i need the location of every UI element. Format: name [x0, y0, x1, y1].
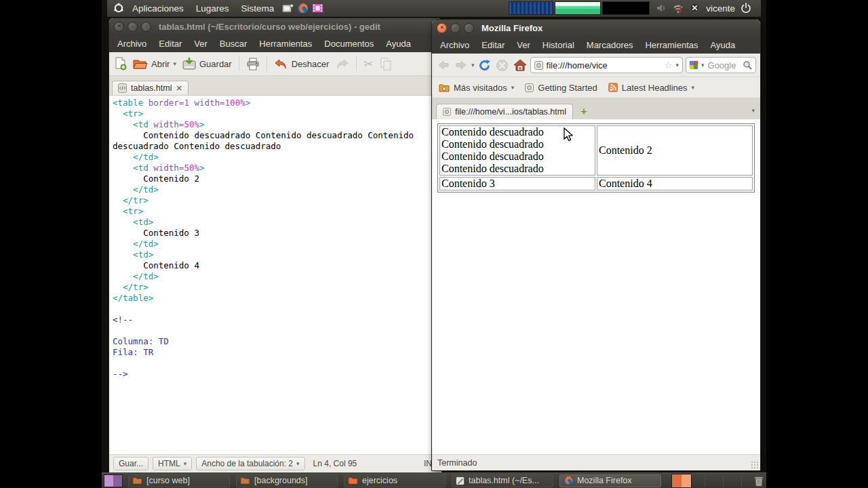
ff-menu-herramientas[interactable]: Herramientas — [639, 38, 704, 52]
bookmark-mas-visitados[interactable]: Más visitados ▾ — [439, 83, 514, 93]
firefox-launcher-icon[interactable] — [296, 2, 309, 14]
code-line: </td> — [113, 271, 441, 282]
gedit-menu-ayuda[interactable]: Ayuda — [380, 37, 417, 51]
ff-menu-historial[interactable]: Historial — [536, 38, 580, 52]
new-tab-button[interactable]: + — [577, 105, 591, 117]
open-caret-icon[interactable]: ▾ — [173, 60, 176, 67]
folder-icon — [348, 476, 358, 485]
search-bar[interactable]: ▾ Google — [686, 57, 756, 73]
copy-button[interactable] — [378, 56, 394, 72]
window-applet[interactable] — [671, 474, 692, 488]
cpu-monitor-applet[interactable] — [555, 1, 601, 15]
undo-icon — [274, 58, 288, 70]
bookmark-star-icon[interactable]: ☆ — [665, 60, 673, 70]
stop-button[interactable] — [495, 58, 510, 73]
reload-button[interactable] — [477, 58, 492, 73]
gedit-titlebar[interactable]: ✕ – ▫ tablas.html (~/Escritorio/curso we… — [109, 18, 441, 35]
firefox-titlebar[interactable]: ✕ – ▫ Mozilla Firefox — [432, 20, 760, 36]
ff-menu-ver[interactable]: Ver — [511, 38, 536, 52]
network-monitor-applet[interactable] — [509, 1, 553, 15]
code-line: <td width=50%> — [113, 163, 441, 174]
power-icon[interactable] — [741, 3, 751, 14]
url-bar[interactable]: file:///home/vice ☆ ▾ — [530, 57, 683, 73]
trash-icon[interactable] — [753, 475, 764, 487]
tab-list-caret-icon[interactable]: ▾ — [751, 107, 755, 114]
cut-button[interactable]: ✂ — [361, 56, 375, 73]
bookmark-getting-started[interactable]: Getting Started — [525, 83, 597, 93]
undo-button-label: Deshacer — [292, 59, 330, 69]
gedit-close-button[interactable]: ✕ — [114, 22, 124, 32]
code-line: <!-- — [113, 314, 441, 325]
taskbar-item-firefox[interactable]: Mozilla Firefox — [559, 474, 661, 487]
taskbar-item-label: tablas.html (~/Es... — [469, 476, 539, 485]
resize-grip[interactable] — [751, 461, 759, 469]
messaging-indicator-icon[interactable] — [689, 3, 701, 14]
table-row: Contenido 3 Contenido 4 — [439, 177, 753, 190]
home-button[interactable] — [513, 58, 528, 73]
new-document-button[interactable] — [113, 56, 129, 72]
mouse-cursor — [564, 127, 574, 142]
url-caret-icon[interactable]: ▾ — [675, 62, 679, 68]
firefox-close-button[interactable]: ✕ — [437, 23, 447, 33]
gedit-menu-documentos[interactable]: Documentos — [318, 37, 380, 51]
gedit-menu-herramientas[interactable]: Herramientas — [253, 37, 318, 51]
forward-button[interactable] — [454, 58, 469, 73]
toolbar-separator — [267, 56, 267, 71]
ff-menu-archivo[interactable]: Archivo — [434, 38, 475, 52]
tab-close-icon[interactable]: ✕ — [176, 84, 182, 93]
gedit-menu-ver[interactable]: Ver — [188, 37, 214, 51]
gedit-menu-editar[interactable]: Editar — [153, 37, 188, 51]
taskbar-item-gedit[interactable]: tablas.html (~/Es... — [452, 474, 553, 487]
ff-menu-marcadores[interactable]: Marcadores — [580, 38, 639, 52]
url-text[interactable]: file:///home/vice — [547, 60, 661, 70]
gedit-doc-icon — [456, 476, 465, 485]
gedit-minimize-button[interactable]: – — [127, 22, 138, 32]
taskbar-item-curso-web[interactable]: [curso web] — [128, 474, 230, 487]
gedit-tab-tablas[interactable]: tablas.html ✕ — [112, 81, 189, 95]
gedit-menu-archivo[interactable]: Archivo — [111, 37, 153, 51]
screen-recorder-icon[interactable] — [281, 2, 294, 14]
menu-sistema[interactable]: Sistema — [235, 2, 281, 15]
ubuntu-logo-icon[interactable] — [113, 2, 125, 14]
tab-width-selector[interactable]: Ancho de la tabulación: 2 ▾ — [196, 457, 304, 470]
bookmark-latest-headlines[interactable]: Latest Headlines ▾ — [608, 83, 694, 93]
tab-favicon — [443, 108, 451, 116]
search-placeholder[interactable]: Google — [708, 60, 739, 70]
workspace-switcher[interactable] — [104, 474, 123, 487]
username-menu[interactable]: vicente — [706, 3, 735, 14]
back-button[interactable] — [436, 58, 451, 73]
gedit-tabbar: tablas.html ✕ — [109, 76, 441, 96]
movie-player-icon[interactable] — [311, 2, 323, 14]
highlight-mode-selector[interactable]: HTML ▾ — [153, 457, 192, 470]
volume-icon[interactable] — [656, 3, 667, 13]
code-line: Contenido descuadrado Contenido descuadr… — [113, 130, 441, 141]
ff-menu-editar[interactable]: Editar — [475, 38, 511, 52]
magnifier-icon[interactable] — [743, 60, 752, 70]
network-signal-icon[interactable] — [672, 3, 684, 14]
ff-menu-ayuda[interactable]: Ayuda — [704, 38, 741, 52]
code-line: <td> — [113, 217, 441, 228]
code-area[interactable]: <table border=1 width=100%> <tr> <td wid… — [109, 96, 441, 454]
menu-aplicaciones[interactable]: Aplicaciones — [126, 2, 190, 15]
firefox-tab-tablas[interactable]: file:///home/vi...ios/tablas.html — [436, 104, 573, 119]
firefox-minimize-button[interactable]: – — [450, 23, 460, 33]
redo-button[interactable] — [333, 57, 351, 71]
taskbar-item-label: [curso web] — [146, 476, 190, 485]
code-line: <td width=50%> — [113, 119, 441, 130]
menu-lugares[interactable]: Lugares — [190, 2, 235, 15]
search-engine-caret-icon[interactable]: ▾ — [701, 62, 705, 68]
memory-monitor-applet[interactable] — [602, 1, 650, 15]
gedit-maximize-button[interactable]: ▫ — [141, 22, 151, 32]
open-button[interactable]: Abrir ▾ — [131, 56, 178, 71]
taskbar-item-ejercicios[interactable]: ejercicios — [344, 474, 446, 487]
taskbar-item-backgrounds[interactable]: [backgrounds] — [236, 474, 338, 487]
firefox-maximize-button[interactable]: ▫ — [464, 23, 474, 33]
undo-button[interactable]: Deshacer — [272, 57, 332, 71]
tab-width-label: Ancho de la tabulación: 2 — [201, 459, 293, 468]
save-button[interactable]: Guardar — [180, 56, 234, 72]
gedit-menu-buscar[interactable]: Buscar — [214, 37, 253, 51]
print-button[interactable] — [244, 56, 262, 72]
history-caret-icon[interactable]: ▾ — [471, 62, 475, 68]
browser-content: Contenido descuadrado Contenido descuadr… — [432, 119, 760, 454]
bookmarks-folder-icon — [439, 83, 450, 92]
